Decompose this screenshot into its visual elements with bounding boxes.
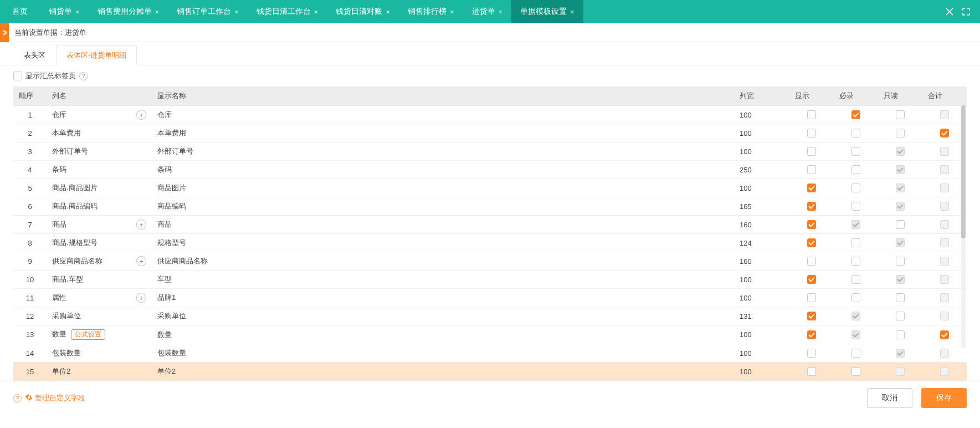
cell-width[interactable]: 100 bbox=[734, 344, 789, 363]
checkbox[interactable] bbox=[807, 110, 816, 119]
help-icon[interactable]: ? bbox=[79, 72, 88, 80]
checkbox[interactable] bbox=[807, 275, 816, 284]
table-row[interactable]: 13数量公式设置数量100 bbox=[13, 325, 967, 344]
top-tab[interactable]: 单据模板设置× bbox=[511, 0, 583, 23]
checkbox[interactable] bbox=[807, 238, 816, 247]
checkbox[interactable] bbox=[851, 238, 860, 247]
checkbox[interactable] bbox=[851, 293, 860, 302]
checkbox[interactable] bbox=[807, 165, 816, 174]
checkbox[interactable] bbox=[807, 184, 816, 192]
add-icon[interactable]: + bbox=[136, 293, 146, 303]
checkbox[interactable] bbox=[851, 257, 860, 266]
top-tab[interactable]: 销售排行榜× bbox=[399, 0, 463, 23]
table-row[interactable]: 1仓库+仓库100 bbox=[13, 106, 967, 124]
checkbox[interactable] bbox=[807, 129, 816, 137]
formula-button[interactable]: 公式设置 bbox=[71, 329, 105, 340]
checkbox[interactable] bbox=[851, 147, 860, 156]
cell-width[interactable]: 100 bbox=[734, 271, 789, 289]
cell-width[interactable]: 100 bbox=[734, 363, 789, 381]
cell-width[interactable]: 100 bbox=[734, 142, 789, 161]
table-row[interactable]: 15单位2单位2100 bbox=[13, 363, 967, 381]
top-tab[interactable]: 进货单× bbox=[463, 0, 512, 23]
checkbox[interactable] bbox=[851, 129, 860, 137]
cell-display-name[interactable]: 商品 bbox=[152, 216, 734, 234]
cell-display-name[interactable]: 条码 bbox=[152, 161, 734, 179]
table-row[interactable]: 7商品+商品160 bbox=[13, 216, 967, 234]
table-row[interactable]: 14包装数量包装数量100 bbox=[13, 344, 967, 363]
sub-tab[interactable]: 表头区 bbox=[13, 45, 56, 65]
cell-display-name[interactable]: 商品图片 bbox=[152, 179, 734, 197]
close-tab-icon[interactable]: × bbox=[234, 8, 239, 16]
checkbox[interactable] bbox=[807, 367, 816, 376]
cell-display-name[interactable]: 数量 bbox=[152, 325, 734, 344]
cell-display-name[interactable]: 外部订单号 bbox=[152, 142, 734, 161]
cell-width[interactable]: 100 bbox=[734, 325, 789, 344]
cell-width[interactable]: 100 bbox=[734, 124, 789, 142]
close-tab-icon[interactable]: × bbox=[155, 8, 160, 16]
checkbox[interactable] bbox=[807, 202, 816, 211]
checkbox[interactable] bbox=[807, 349, 816, 358]
checkbox[interactable] bbox=[851, 110, 860, 119]
top-tab[interactable]: 销货单× bbox=[40, 0, 89, 23]
checkbox[interactable] bbox=[851, 367, 860, 376]
cell-display-name[interactable]: 单位2 bbox=[152, 363, 734, 381]
cell-display-name[interactable]: 供应商商品名称 bbox=[152, 252, 734, 271]
checkbox[interactable] bbox=[807, 220, 816, 229]
close-tab-icon[interactable]: × bbox=[314, 8, 319, 16]
cell-display-name[interactable]: 仓库 bbox=[152, 106, 734, 124]
help-icon[interactable]: ? bbox=[13, 394, 22, 402]
table-row[interactable]: 4条码条码250 bbox=[13, 161, 967, 179]
close-tab-icon[interactable]: × bbox=[450, 8, 454, 16]
sub-tab[interactable]: 表体区-进货单明细 bbox=[56, 45, 137, 65]
checkbox[interactable] bbox=[851, 165, 860, 174]
close-tab-icon[interactable]: × bbox=[570, 8, 574, 16]
checkbox[interactable] bbox=[896, 129, 905, 137]
top-tab[interactable]: 销售费用分摊单× bbox=[89, 0, 168, 23]
table-row[interactable]: 9供应商商品名称+供应商商品名称160 bbox=[13, 252, 967, 271]
checkbox[interactable] bbox=[940, 330, 949, 339]
checkbox[interactable] bbox=[940, 129, 949, 137]
table-row[interactable]: 6商品.商品编码商品编码165 bbox=[13, 197, 967, 216]
cell-width[interactable]: 100 bbox=[734, 289, 789, 307]
fullscreen-icon[interactable] bbox=[958, 3, 974, 20]
checkbox[interactable] bbox=[851, 349, 860, 358]
checkbox[interactable] bbox=[807, 312, 816, 320]
top-tab[interactable]: 钱货日清对账× bbox=[327, 0, 399, 23]
top-tab[interactable]: 首页 bbox=[0, 0, 40, 23]
cell-display-name[interactable]: 本单费用 bbox=[152, 124, 734, 142]
cell-display-name[interactable]: 品牌1 bbox=[152, 289, 734, 307]
table-row[interactable]: 10商品.车型车型100 bbox=[13, 271, 967, 289]
table-row[interactable]: 8商品.规格型号规格型号124 bbox=[13, 234, 967, 252]
table-row[interactable]: 12采购单位采购单位131 bbox=[13, 307, 967, 325]
checkbox[interactable] bbox=[851, 202, 860, 211]
cell-display-name[interactable]: 车型 bbox=[152, 271, 734, 289]
checkbox[interactable] bbox=[851, 184, 860, 192]
checkbox[interactable] bbox=[807, 330, 816, 339]
cell-width[interactable]: 131 bbox=[734, 307, 789, 325]
cell-display-name[interactable]: 包装数量 bbox=[152, 344, 734, 363]
checkbox[interactable] bbox=[896, 293, 905, 302]
cell-width[interactable]: 100 bbox=[734, 106, 789, 124]
checkbox[interactable] bbox=[896, 312, 905, 320]
checkbox[interactable] bbox=[896, 330, 905, 339]
expand-sidebar-icon[interactable] bbox=[0, 23, 9, 42]
top-tab[interactable]: 钱货日清工作台× bbox=[248, 0, 327, 23]
table-row[interactable]: 11属性+品牌1100 bbox=[13, 289, 967, 307]
top-tab[interactable]: 销售订单工作台× bbox=[168, 0, 248, 23]
cell-display-name[interactable]: 采购单位 bbox=[152, 307, 734, 325]
checkbox[interactable] bbox=[807, 147, 816, 156]
cell-display-name[interactable]: 规格型号 bbox=[152, 234, 734, 252]
cell-width[interactable]: 124 bbox=[734, 234, 789, 252]
cell-width[interactable]: 160 bbox=[734, 252, 789, 271]
close-all-icon[interactable] bbox=[941, 3, 958, 20]
add-icon[interactable]: + bbox=[136, 256, 146, 266]
close-tab-icon[interactable]: × bbox=[386, 8, 390, 16]
close-tab-icon[interactable]: × bbox=[499, 8, 503, 16]
manage-custom-fields-link[interactable]: 管理自定义字段 bbox=[35, 393, 85, 403]
table-row[interactable]: 5商品.商品图片商品图片100 bbox=[13, 179, 967, 197]
checkbox[interactable] bbox=[896, 110, 905, 119]
checkbox[interactable] bbox=[807, 293, 816, 302]
table-row[interactable]: 3外部订单号外部订单号100 bbox=[13, 142, 967, 161]
checkbox[interactable] bbox=[896, 220, 905, 229]
add-icon[interactable]: + bbox=[136, 110, 146, 120]
